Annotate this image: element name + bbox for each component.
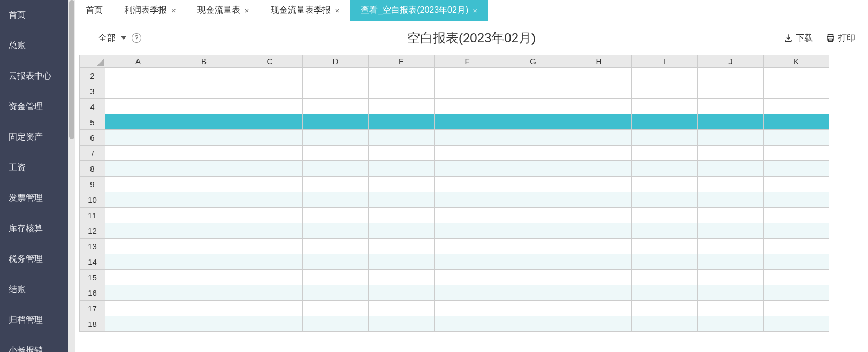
cell-F7[interactable] <box>435 146 500 161</box>
row-header-4[interactable]: 4 <box>80 99 105 114</box>
cell-C4[interactable] <box>237 99 303 114</box>
cell-J2[interactable] <box>698 68 764 83</box>
filter-dropdown[interactable]: 全部 ? <box>98 33 141 44</box>
cell-B12[interactable] <box>171 223 237 239</box>
cell-E6[interactable] <box>369 130 435 146</box>
cell-D11[interactable] <box>303 208 369 223</box>
cell-G10[interactable] <box>500 192 566 208</box>
cell-H10[interactable] <box>566 192 632 208</box>
cell-C2[interactable] <box>237 68 303 83</box>
select-all-corner[interactable] <box>80 55 105 68</box>
cell-E4[interactable] <box>369 99 435 114</box>
cell-E10[interactable] <box>369 192 435 208</box>
cell-I5[interactable] <box>632 114 698 130</box>
cell-J15[interactable] <box>698 270 764 285</box>
cell-B3[interactable] <box>171 83 237 99</box>
cell-J12[interactable] <box>698 223 764 239</box>
cell-F6[interactable] <box>435 130 500 146</box>
cell-E5[interactable] <box>369 114 435 130</box>
cell-J17[interactable] <box>698 301 764 316</box>
cell-J9[interactable] <box>698 177 764 192</box>
cell-A6[interactable] <box>105 130 171 146</box>
sidebar-item-5[interactable]: 工资 <box>0 152 68 183</box>
cell-G8[interactable] <box>500 161 566 177</box>
cell-I18[interactable] <box>632 316 698 332</box>
row-header-6[interactable]: 6 <box>80 130 105 146</box>
column-header-J[interactable]: J <box>698 55 764 68</box>
cell-B17[interactable] <box>171 301 237 316</box>
cell-I4[interactable] <box>632 99 698 114</box>
sidebar-item-4[interactable]: 固定资产 <box>0 122 68 152</box>
sidebar-item-0[interactable]: 首页 <box>0 0 68 30</box>
cell-F15[interactable] <box>435 270 500 285</box>
cell-H17[interactable] <box>566 301 632 316</box>
cell-J14[interactable] <box>698 254 764 270</box>
cell-A9[interactable] <box>105 177 171 192</box>
sidebar-scrollbar[interactable] <box>68 0 75 352</box>
cell-C9[interactable] <box>237 177 303 192</box>
cell-G11[interactable] <box>500 208 566 223</box>
cell-D16[interactable] <box>303 285 369 301</box>
cell-G16[interactable] <box>500 285 566 301</box>
cell-D4[interactable] <box>303 99 369 114</box>
column-header-F[interactable]: F <box>435 55 500 68</box>
column-header-B[interactable]: B <box>171 55 237 68</box>
cell-G14[interactable] <box>500 254 566 270</box>
cell-G15[interactable] <box>500 270 566 285</box>
cell-H3[interactable] <box>566 83 632 99</box>
cell-E7[interactable] <box>369 146 435 161</box>
tab-1[interactable]: 利润表季报× <box>113 0 187 21</box>
cell-H9[interactable] <box>566 177 632 192</box>
cell-A11[interactable] <box>105 208 171 223</box>
sidebar-item-1[interactable]: 总账 <box>0 30 68 61</box>
row-header-13[interactable]: 13 <box>80 239 105 254</box>
print-button[interactable]: 打印 <box>826 33 855 44</box>
cell-C10[interactable] <box>237 192 303 208</box>
cell-B16[interactable] <box>171 285 237 301</box>
cell-A12[interactable] <box>105 223 171 239</box>
cell-J13[interactable] <box>698 239 764 254</box>
sidebar-item-2[interactable]: 云报表中心 <box>0 61 68 91</box>
cell-I10[interactable] <box>632 192 698 208</box>
cell-C8[interactable] <box>237 161 303 177</box>
cell-F3[interactable] <box>435 83 500 99</box>
cell-I15[interactable] <box>632 270 698 285</box>
cell-H6[interactable] <box>566 130 632 146</box>
cell-H7[interactable] <box>566 146 632 161</box>
cell-C16[interactable] <box>237 285 303 301</box>
cell-E9[interactable] <box>369 177 435 192</box>
cell-H11[interactable] <box>566 208 632 223</box>
cell-G17[interactable] <box>500 301 566 316</box>
row-header-10[interactable]: 10 <box>80 192 105 208</box>
cell-F5[interactable] <box>435 114 500 130</box>
cell-G6[interactable] <box>500 130 566 146</box>
cell-B10[interactable] <box>171 192 237 208</box>
cell-A15[interactable] <box>105 270 171 285</box>
cell-A10[interactable] <box>105 192 171 208</box>
sidebar-scrollbar-thumb[interactable] <box>69 0 74 139</box>
cell-E18[interactable] <box>369 316 435 332</box>
cell-F2[interactable] <box>435 68 500 83</box>
cell-K12[interactable] <box>764 223 829 239</box>
row-header-3[interactable]: 3 <box>80 83 105 99</box>
cell-E12[interactable] <box>369 223 435 239</box>
cell-H15[interactable] <box>566 270 632 285</box>
close-icon[interactable]: × <box>473 6 477 15</box>
cell-I12[interactable] <box>632 223 698 239</box>
cell-K6[interactable] <box>764 130 829 146</box>
cell-K14[interactable] <box>764 254 829 270</box>
cell-C13[interactable] <box>237 239 303 254</box>
cell-D3[interactable] <box>303 83 369 99</box>
cell-A7[interactable] <box>105 146 171 161</box>
cell-K17[interactable] <box>764 301 829 316</box>
cell-I14[interactable] <box>632 254 698 270</box>
cell-J7[interactable] <box>698 146 764 161</box>
row-header-16[interactable]: 16 <box>80 285 105 301</box>
cell-A2[interactable] <box>105 68 171 83</box>
sidebar-item-11[interactable]: 小畅报销 <box>0 335 68 352</box>
row-header-12[interactable]: 12 <box>80 223 105 239</box>
cell-B18[interactable] <box>171 316 237 332</box>
cell-J10[interactable] <box>698 192 764 208</box>
cell-H4[interactable] <box>566 99 632 114</box>
row-header-2[interactable]: 2 <box>80 68 105 83</box>
